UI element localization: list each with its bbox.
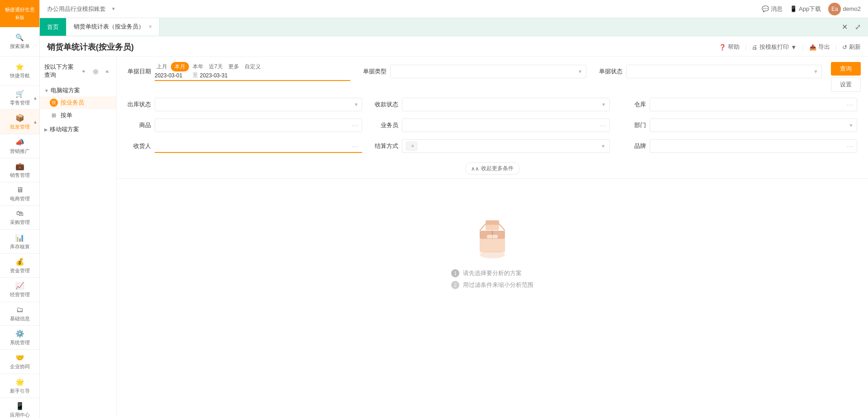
filter-bill-type: 单据类型 ▼: [359, 62, 590, 81]
collapse-btn[interactable]: ∧∧ 收起更多条件: [465, 162, 519, 175]
sidebar-item-sales[interactable]: 💼 销售管理: [0, 158, 39, 182]
sidebar-item-operation[interactable]: 📈 经营管理: [0, 278, 39, 302]
quick-nav-btn[interactable]: ⭐ 快捷导航: [2, 60, 37, 82]
edit-scheme-btn[interactable]: ◎: [91, 66, 100, 76]
collapse-panel-btn[interactable]: «: [103, 66, 112, 76]
date-tab-this-year[interactable]: 本年: [191, 62, 205, 71]
header-right: 💬 消息 📱 App下载 Ea demo2: [762, 3, 861, 15]
sidebar-item-finance[interactable]: 💰 资金管理: [0, 254, 39, 278]
export-label: 导出: [818, 43, 830, 51]
settlement-tag-close[interactable]: ×: [411, 143, 414, 149]
department-select[interactable]: [650, 119, 857, 132]
sidebar-item-purchase[interactable]: 🛍 采购管理: [0, 206, 39, 229]
basic-icon: 🗂: [16, 306, 24, 314]
empty-state: 1 请先选择要分析的方案 2 用过滤条件来缩小分析范围: [117, 179, 868, 325]
date-from-input[interactable]: [155, 72, 191, 79]
tab-sales-stats-label: 销货单统计表（按业务员）: [74, 23, 144, 31]
bill-status-select[interactable]: [626, 65, 822, 78]
sidebar-item-marketing[interactable]: 📣 营销推广: [0, 134, 39, 158]
page-title-bar: 销货单统计表(按业务员) ❓ 帮助 | 🖨 按模板打印 ▼ | 📤 导出 |: [40, 36, 868, 57]
breadcrumb-arrow[interactable]: ▼: [111, 6, 116, 11]
user-action[interactable]: Ea demo2: [828, 3, 861, 15]
receipt-status-select[interactable]: [402, 98, 609, 111]
sidebar-item-ecommerce[interactable]: 🖥 电商管理: [0, 182, 39, 206]
help-btn[interactable]: ❓ 帮助: [719, 43, 740, 51]
filter-actions: 查询 设置: [826, 62, 861, 92]
receipt-status-control: ▼: [402, 98, 609, 111]
left-panel-header: 按以下方案查询 + ◎ «: [40, 61, 116, 83]
settings-btn[interactable]: 设置: [831, 77, 861, 92]
desktop-section: ▼ 电脑端方案 按 按业务员 ⊞ 按单: [40, 85, 116, 122]
brand-control: ···: [650, 139, 857, 153]
svg-rect-4: [487, 235, 498, 238]
receiver-input[interactable]: [155, 139, 362, 153]
export-icon: 📤: [809, 44, 816, 51]
sidebar-item-retail[interactable]: 🛒 零售管理 ▲: [0, 86, 39, 110]
content-body: 按以下方案查询 + ◎ « ▼ 电脑端方案 按 按业务员: [40, 57, 868, 415]
purchase-icon: 🛍: [16, 209, 24, 218]
tab-maximize-btn[interactable]: ⤢: [853, 21, 863, 33]
app-download-action[interactable]: 📱 App下载: [790, 5, 821, 13]
date-tab-last-month[interactable]: 上月: [155, 62, 169, 71]
left-panel-title: 按以下方案查询: [44, 63, 79, 79]
bill-type-select[interactable]: [390, 65, 586, 78]
tree-desktop[interactable]: ▼ 电脑端方案: [40, 85, 116, 96]
date-tab-7days[interactable]: 近7天: [207, 62, 225, 71]
receipt-status-label: 收款状态: [375, 100, 398, 109]
refresh-icon: ↺: [842, 44, 847, 51]
username-label: demo2: [843, 5, 861, 12]
sidebar-item-inventory[interactable]: 📊 库存核算: [0, 230, 39, 254]
sidebar-item-app-center[interactable]: 📱 应用中心: [0, 398, 39, 418]
date-tab-more[interactable]: 更多: [226, 62, 241, 71]
warehouse-status-label: 出库状态: [127, 100, 151, 109]
tree-mobile[interactable]: ▶ 移动端方案: [40, 124, 116, 135]
message-action[interactable]: 💬 消息: [762, 5, 783, 13]
query-btn[interactable]: 查询: [831, 62, 861, 76]
filter-salesperson: 业务员 ···: [371, 117, 613, 133]
app-download-icon: 📱: [790, 5, 797, 12]
date-range-label: 单据日期: [127, 67, 151, 76]
warehouse-status-select[interactable]: [155, 98, 362, 111]
sidebar-item-system[interactable]: ⚙️ 系统管理: [0, 326, 39, 350]
avatar: Ea: [828, 3, 841, 15]
warehouse-input[interactable]: [650, 98, 857, 111]
brand-input[interactable]: [650, 139, 857, 153]
marketing-icon: 📣: [15, 138, 24, 147]
sidebar-item-newbie[interactable]: 🌟 新手引导: [0, 374, 39, 398]
tree-order[interactable]: ⊞ 按单: [40, 109, 116, 122]
filter-goods: 商品 ···: [124, 117, 366, 133]
date-separator: 至: [193, 71, 198, 79]
add-scheme-btn[interactable]: +: [79, 66, 88, 76]
right-content: 单据日期 上月 本月 本年 近7天 更多 自定义: [117, 57, 868, 415]
receiver-label: 收货人: [127, 142, 151, 150]
date-to-input[interactable]: [200, 72, 236, 79]
sidebar-item-enterprise[interactable]: 🤝 企业协同: [0, 350, 39, 374]
filter-row-1: 单据日期 上月 本月 本年 近7天 更多 自定义: [124, 62, 861, 92]
export-btn[interactable]: 📤 导出: [809, 43, 830, 51]
goods-input[interactable]: [155, 119, 362, 132]
left-panel-icons: + ◎ «: [79, 66, 112, 76]
search-menu-btn[interactable]: 🔍 搜索菜单: [2, 31, 37, 52]
system-icon: ⚙️: [15, 329, 24, 338]
date-tab-this-month[interactable]: 本月: [171, 62, 189, 71]
salesperson-input[interactable]: [402, 119, 609, 132]
tab-home-label: 首页: [47, 23, 59, 31]
sidebar-item-wholesale[interactable]: 📦 批发管理 ▲: [0, 110, 39, 134]
template-print-arrow: ▼: [791, 44, 797, 51]
bill-type-label: 单据类型: [363, 67, 387, 76]
sales-icon: 💼: [15, 162, 24, 171]
template-print-label: 按模板打印: [760, 43, 789, 51]
template-print-btn[interactable]: 🖨 按模板打印 ▼: [752, 43, 797, 51]
tab-sales-stats[interactable]: 销货单统计表（按业务员） ×: [66, 18, 160, 36]
tree-sales-person[interactable]: 按 按业务员: [40, 96, 116, 109]
date-tab-custom[interactable]: 自定义: [243, 62, 263, 71]
collapse-bar: ∧∧ 收起更多条件: [124, 159, 861, 178]
sidebar-item-basic[interactable]: 🗂 基础信息: [0, 302, 39, 326]
refresh-btn[interactable]: ↺ 刷新: [842, 43, 861, 51]
tab-close-window-btn[interactable]: ✕: [840, 21, 849, 33]
brand-label: 品牌: [623, 142, 646, 150]
tab-home[interactable]: 首页: [40, 18, 66, 36]
tab-close-btn[interactable]: ×: [149, 24, 152, 30]
inventory-icon: 📊: [15, 233, 24, 242]
main-area: 办公用品行业模拟账套 ▼ 💬 消息 📱 App下载 Ea demo2 首页: [40, 0, 868, 418]
